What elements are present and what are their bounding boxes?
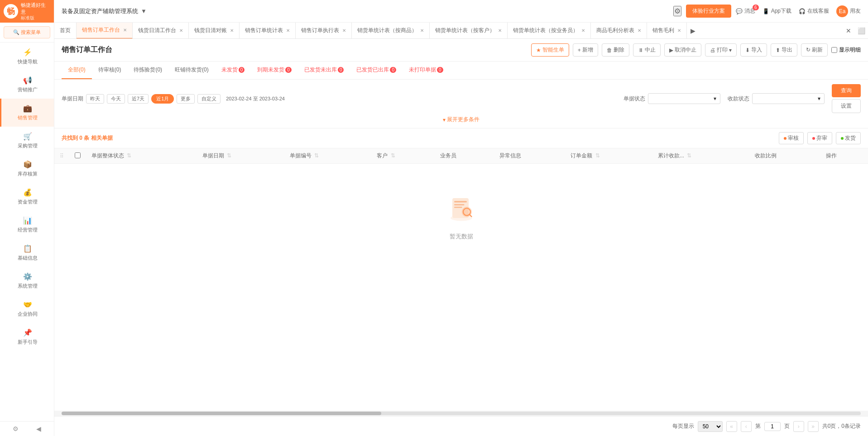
tab-close-sales-summary[interactable]: ✕ — [677, 28, 681, 33]
sub-tab-shipped-not-out[interactable]: 已发货未出库0 — [298, 62, 350, 79]
topbar-industry-btn[interactable]: 体验行业方案 — [686, 5, 731, 18]
query-btn[interactable]: 查询 — [832, 84, 861, 97]
first-page-btn[interactable]: « — [726, 421, 737, 432]
last-page-btn[interactable]: » — [808, 421, 819, 432]
topbar-settings-btn[interactable]: ⚙ — [673, 6, 681, 16]
sort-collected-icon[interactable]: ⇅ — [687, 152, 691, 159]
filter-expand-btn[interactable]: ▾ 展开更多条件 — [62, 113, 861, 123]
sort-date-icon[interactable]: ⇅ — [227, 152, 231, 159]
sidebar-item-basic[interactable]: 📋 基础信息 — [0, 239, 54, 267]
tab-cash-reconcile[interactable]: 钱货日清对账 ✕ — [189, 23, 240, 39]
tab-cash-daily[interactable]: 钱货日清工作台 ✕ — [133, 23, 189, 39]
sidebar-item-guide[interactable]: 📌 新手引导 — [0, 323, 54, 351]
tab-sales-product[interactable]: 销货单统计表（按商品） ✕ — [352, 23, 430, 39]
date-btn-custom[interactable]: 自定义 — [197, 94, 221, 104]
audit-btn[interactable]: 审核 — [779, 132, 804, 144]
tab-sales-staff[interactable]: 销货单统计表（按业务员） ✕ — [508, 23, 591, 39]
date-btn-yesterday[interactable]: 昨天 — [86, 94, 104, 104]
tab-close-sales-stats[interactable]: ✕ — [286, 28, 290, 33]
phone-icon: 📱 — [762, 8, 769, 14]
sub-tab-pending[interactable]: 待审核(0) — [92, 62, 128, 79]
scrollbar-thumb[interactable] — [62, 412, 381, 415]
tab-close-cash-daily[interactable]: ✕ — [179, 28, 183, 33]
export-btn[interactable]: ⬆ 导出 — [771, 43, 797, 57]
import-btn[interactable]: ⬇ 导入 — [740, 43, 767, 57]
tab-close-sales-staff[interactable]: ✕ — [581, 28, 585, 33]
topbar-dropdown-icon[interactable]: ▼ — [141, 8, 147, 14]
topbar-online-service[interactable]: 🎧 在线客服 — [799, 7, 829, 15]
select-all-checkbox[interactable] — [75, 152, 81, 158]
sidebar-item-finance[interactable]: 💰 资金管理 — [0, 183, 54, 211]
topbar-messages[interactable]: 💬 消息 6 — [736, 7, 755, 15]
delete-btn[interactable]: 🗑 删除 — [602, 43, 629, 57]
pin-icon: 📌 — [23, 328, 32, 337]
sidebar-settings-btn[interactable]: ⚙ — [13, 425, 19, 432]
th-check[interactable] — [69, 148, 86, 164]
tab-close-gross-profit[interactable]: ✕ — [638, 28, 641, 33]
show-detail-label[interactable]: 显示明细 — [831, 46, 861, 54]
tab-maximize-btn[interactable]: ⬜ — [855, 25, 868, 36]
tab-close-sales-product[interactable]: ✕ — [420, 28, 424, 33]
sidebar-item-sales[interactable]: 💼 销售管理 — [0, 99, 54, 127]
sidebar-item-marketing[interactable]: 📢 营销推广 — [0, 71, 54, 99]
sidebar-collapse-btn[interactable]: ◀ — [36, 425, 41, 432]
tab-sales-stats[interactable]: 销售订单统计表 ✕ — [240, 23, 296, 39]
cancel-audit-btn[interactable]: 弃审 — [807, 132, 832, 144]
date-btn-today[interactable]: 今天 — [107, 94, 125, 104]
topbar-right: 💬 消息 6 📱 App下载 🎧 在线客服 Ea 用友 — [736, 5, 861, 17]
pause-btn[interactable]: ⏸ 中止 — [633, 43, 661, 57]
tab-sales-exec[interactable]: 销售订单执行表 ✕ — [296, 23, 352, 39]
tab-close-all-btn[interactable]: ✕ — [843, 25, 854, 36]
sub-tab-all[interactable]: 全部(0) — [62, 62, 92, 79]
sidebar-item-operations[interactable]: 📊 经营管理 — [0, 211, 54, 239]
date-btn-more[interactable]: 更多 — [177, 94, 195, 104]
sub-tab-overdue[interactable]: 到期未发货0 — [251, 62, 298, 79]
date-btn-1month[interactable]: 近1月 — [151, 94, 174, 104]
sidebar-item-purchase[interactable]: 🛒 采购管理 — [0, 127, 54, 155]
filter-status-select[interactable]: ▾ — [648, 93, 720, 104]
tab-close-sales-workbench[interactable]: ✕ — [123, 28, 127, 33]
sub-tab-wangpu[interactable]: 旺铺待发货(0) — [168, 62, 215, 79]
sort-number-icon[interactable]: ⇅ — [314, 152, 319, 159]
tab-sales-customer[interactable]: 销货单统计表（按客户） ✕ — [430, 23, 508, 39]
sort-customer-icon[interactable]: ⇅ — [391, 152, 395, 159]
next-page-btn[interactable]: › — [793, 421, 804, 432]
sidebar-item-quick-nav[interactable]: ⚡ 快捷导航 — [0, 43, 54, 71]
topbar-app-download[interactable]: 📱 App下载 — [762, 7, 791, 15]
topbar-user[interactable]: Ea 用友 — [836, 5, 861, 17]
tab-home[interactable]: 首页 — [54, 23, 77, 39]
page-size-select[interactable]: 50 10 20 100 — [698, 421, 723, 432]
tabs-more-btn[interactable]: ▶ — [687, 27, 699, 34]
cancel-pause-btn[interactable]: ▶ 取消中止 — [664, 43, 701, 57]
sort-amount-icon[interactable]: ⇅ — [595, 152, 600, 159]
add-btn[interactable]: + 新增 — [573, 43, 598, 57]
horizontal-scrollbar[interactable] — [54, 411, 868, 416]
search-menu-btn[interactable]: 🔍 搜索菜单 — [4, 26, 50, 38]
tab-gross-profit[interactable]: 商品毛利分析表 ✕ — [591, 23, 647, 39]
sub-tab-pending-inspect[interactable]: 待拣验货(0) — [127, 62, 168, 79]
ship-btn[interactable]: 发货 — [836, 132, 861, 144]
show-detail-checkbox[interactable] — [831, 47, 837, 53]
tab-sales-workbench[interactable]: 销售订单工作台 ✕ — [77, 23, 133, 39]
sidebar-item-system[interactable]: ⚙️ 系统管理 — [0, 267, 54, 295]
page-input[interactable] — [764, 422, 781, 431]
tab-close-cash-reconcile[interactable]: ✕ — [230, 28, 234, 33]
sub-tab-not-printed[interactable]: 未打印单据0 — [403, 62, 450, 79]
tab-close-sales-exec[interactable]: ✕ — [342, 28, 346, 33]
tab-sales-summary[interactable]: 销售毛利 ✕ — [647, 23, 687, 39]
smart-create-btn[interactable]: ★ 智能生单 — [531, 43, 569, 57]
filter-payment-select[interactable]: ▾ — [752, 93, 825, 104]
refresh-btn[interactable]: ↻ 刷新 — [801, 43, 828, 57]
sidebar-item-inventory[interactable]: 📦 库存核算 — [0, 155, 54, 183]
th-status: 单据整体状态 ⇅ — [86, 148, 197, 164]
prev-page-btn[interactable]: ‹ — [741, 421, 752, 432]
sub-tab-shipped-out[interactable]: 已发货已出库0 — [350, 62, 403, 79]
sidebar-footer: ⚙ ◀ — [0, 421, 54, 436]
sidebar-item-enterprise[interactable]: 🤝 企业协同 — [0, 295, 54, 323]
sort-status-icon[interactable]: ⇅ — [127, 152, 131, 159]
tab-close-sales-customer[interactable]: ✕ — [498, 28, 502, 33]
print-btn[interactable]: 🖨 打印 ▾ — [705, 43, 737, 57]
date-btn-7days[interactable]: 近7天 — [128, 94, 149, 104]
set-btn[interactable]: 设置 — [832, 99, 861, 113]
sub-tab-not-shipped[interactable]: 未发货0 — [215, 62, 251, 79]
